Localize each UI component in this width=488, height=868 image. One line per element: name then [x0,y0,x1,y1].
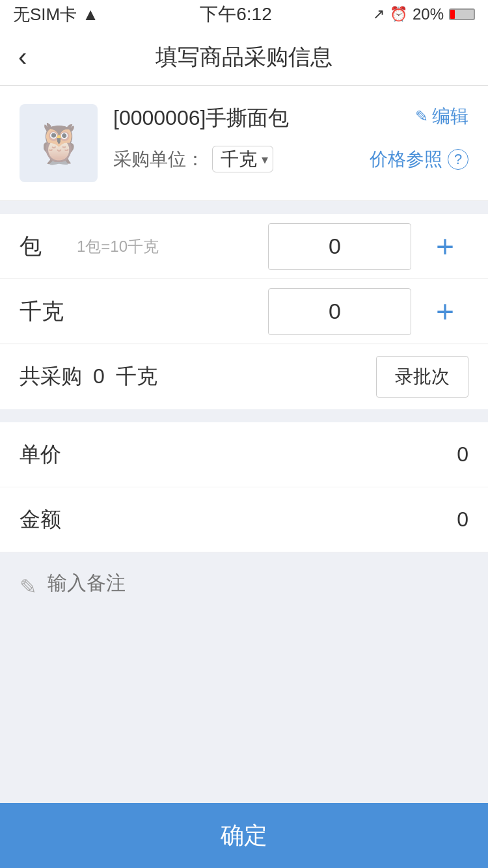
product-owl-icon: 🦉 [34,120,83,167]
nav-bar: ‹ 填写商品采购信息 [0,29,488,86]
remark-section: ✎ [0,552,488,657]
kg-input-wrap: + [72,288,468,335]
amount-label: 金额 [20,506,61,534]
summary-unit: 千克 [116,364,157,388]
confirm-button[interactable]: 确定 [0,803,488,868]
carrier-text: 无SIM卡 [13,3,77,26]
wifi-icon: ▲ [82,5,99,25]
unit-price-label: 单价 [20,441,61,469]
summary-row: 共采购 0 千克 录批次 [0,344,488,409]
battery-icon [449,8,475,20]
product-header: [0000006]手撕面包 ✎ 编辑 [113,104,468,133]
kg-row: 千克 + [0,279,488,344]
battery-pct: 20% [413,5,444,23]
summary-value: 0 [93,364,105,388]
bag-row: 包 1包=10千克 + [0,214,488,279]
kg-input[interactable] [268,288,411,335]
bag-sub-label: 1包=10千克 [77,236,159,257]
price-section: 单价 0 金额 0 [0,422,488,552]
unit-select-wrap[interactable]: 千克 包 [212,146,273,172]
price-ref-button[interactable]: 价格参照 ? [370,147,468,172]
product-card: 🦉 [0000006]手撕面包 ✎ 编辑 采购单位： 千克 包 价格参照 ? [0,86,488,201]
amount-row: 金额 0 [0,487,488,552]
edit-icon: ✎ [415,107,428,126]
form-section: 包 1包=10千克 + 千克 + 共采购 0 千克 录批次 [0,214,488,409]
product-code: [0000006] [113,106,206,129]
bag-plus-button[interactable]: + [422,223,468,270]
unit-price-value: 0 [457,442,468,467]
remark-input[interactable] [47,572,468,594]
alarm-icon: ⏰ [390,6,407,23]
location-icon: ↗ [373,6,385,23]
section-divider-2 [0,409,488,422]
status-bar: 无SIM卡 ▲ 下午6:12 ↗ ⏰ 20% [0,0,488,29]
bag-input[interactable] [268,223,411,270]
batch-button[interactable]: 录批次 [376,356,468,398]
product-info: [0000006]手撕面包 ✎ 编辑 采购单位： 千克 包 价格参照 ? [113,104,468,172]
back-button[interactable]: ‹ [18,42,27,72]
time-text: 下午6:12 [200,2,272,27]
kg-plus-button[interactable]: + [422,288,468,335]
product-image: 🦉 [20,104,98,182]
product-title: 手撕面包 [206,106,289,129]
page-title: 填写商品采购信息 [156,42,332,72]
price-ref-label: 价格参照 [370,147,442,172]
status-right: ↗ ⏰ 20% [373,5,475,23]
kg-label: 千克 [20,297,72,327]
summary-text: 共采购 0 千克 [20,362,157,391]
purchase-unit-row: 采购单位： 千克 包 价格参照 ? [113,146,468,172]
section-divider-1 [0,201,488,214]
purchase-unit-label: 采购单位： [113,147,204,172]
edit-button[interactable]: ✎ 编辑 [415,104,468,129]
summary-label: 共采购 [20,364,82,388]
unit-select[interactable]: 千克 包 [212,146,273,172]
bag-label: 包 [20,232,72,262]
edit-label: 编辑 [432,104,468,129]
bag-input-wrap: + [159,223,468,270]
amount-value: 0 [457,508,468,532]
status-left: 无SIM卡 ▲ [13,3,99,26]
pencil-icon: ✎ [20,575,37,599]
product-name: [0000006]手撕面包 [113,104,415,133]
question-icon: ? [448,149,468,170]
unit-price-row: 单价 0 [0,422,488,487]
